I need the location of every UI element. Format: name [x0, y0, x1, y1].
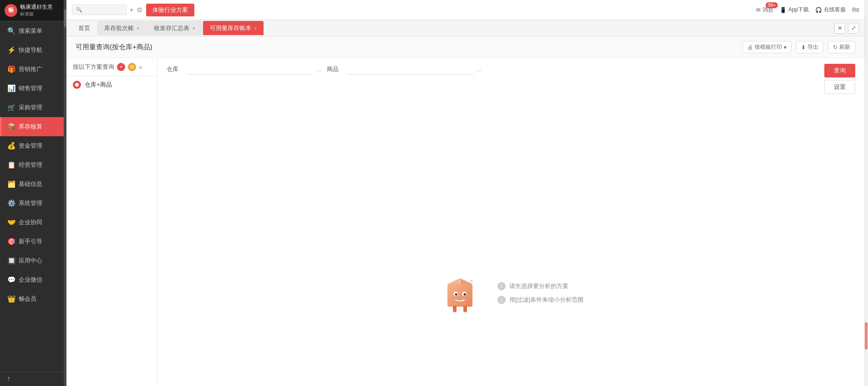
svg-text:·: · — [444, 284, 445, 288]
sidebar-item-finance[interactable]: 💰 资金管理 — [0, 136, 64, 155]
page-title: 可用量查询(按仓库+商品) — [76, 43, 152, 51]
scheme-item-warehouse-product[interactable]: 仓库+商品 — [66, 76, 157, 93]
export-icon: ⬇ — [801, 44, 806, 51]
tab-home[interactable]: 首页 — [72, 21, 96, 35]
print-icon: 🖨 — [747, 44, 753, 51]
sidebar-item-marketing[interactable]: 🎁 营销推广 — [0, 60, 64, 79]
filter-inputs-row: 仓库 ... 商品 ... 查询 设置 — [167, 64, 855, 94]
sidebar-item-guide[interactable]: 🎯 新手引导 — [0, 232, 64, 251]
sidebar-item-basic[interactable]: 🗂️ 基础信息 — [0, 175, 64, 194]
dropdown-icon[interactable]: ▾ — [130, 7, 133, 13]
refresh-button[interactable]: ↻ 刷新 — [828, 41, 855, 53]
warehouse-label: 仓库 — [167, 65, 185, 73]
app-name: 畅康通好生意 — [20, 4, 53, 11]
empty-illustration: ✦ · — [438, 270, 484, 316]
main-area: 🔍 ▾ ⚙ 体验行业方案 ✉ 消息 99+ 📱 App下载 🎧 在线客服 Rit — [66, 0, 864, 386]
print-button[interactable]: 🖨 按模板打印 ▾ — [742, 41, 792, 53]
sidebar-item-label: 库存核算 — [19, 123, 42, 131]
right-scrollbar[interactable] — [864, 0, 868, 386]
query-area: 按以下方案查询 + ⚙ « 仓库+商品 — [66, 58, 864, 386]
sidebar-item-sales[interactable]: 📊 销售管理 — [0, 79, 64, 98]
tabs-bar: 首页 库存批次账 × 收发存汇总表 × 可用量库存账本 × ✕ ⤢ — [66, 20, 864, 36]
scheme-item-svg — [75, 82, 79, 87]
sidebar-bottom[interactable]: ⇡ — [0, 372, 64, 386]
refresh-label: 刷新 — [839, 43, 850, 51]
svg-rect-8 — [453, 306, 457, 312]
crown-icon: 👑 — [8, 295, 15, 303]
export-button[interactable]: ⬇ 导出 — [796, 41, 823, 53]
page-content: 可用量查询(按仓库+商品) 🖨 按模板打印 ▾ ⬇ 导出 ↻ 刷新 — [66, 36, 864, 386]
user-button[interactable]: Rit — [852, 7, 859, 13]
warehouse-more[interactable]: ... — [317, 66, 321, 72]
wechat-icon: 💬 — [8, 276, 15, 283]
topbar-search[interactable]: 🔍 — [72, 5, 127, 15]
sidebar-item-label: 基础信息 — [19, 180, 42, 188]
tab-batch-close[interactable]: × — [137, 26, 139, 31]
page-header-actions: 🖨 按模板打印 ▾ ⬇ 导出 ↻ 刷新 — [742, 41, 855, 53]
tab-summary-close[interactable]: × — [192, 26, 195, 31]
query-button[interactable]: 查询 — [824, 64, 855, 77]
tip-num-2: 2 — [497, 296, 506, 304]
sidebar-item-label: 搜索菜单 — [19, 27, 42, 35]
app-download-button[interactable]: 📱 App下载 — [780, 6, 809, 14]
service-button[interactable]: 🎧 在线客服 — [815, 6, 846, 14]
settings-icon[interactable]: ⚙ — [137, 6, 142, 14]
svg-text:✦: ✦ — [469, 278, 474, 284]
sidebar-item-enterprise[interactable]: 🤝 企业协同 — [0, 213, 64, 232]
scheme-collapse-button[interactable]: « — [139, 63, 142, 71]
topbar-actions: ✉ 消息 99+ 📱 App下载 🎧 在线客服 Rit — [756, 6, 859, 14]
phone-icon: 📱 — [780, 7, 787, 13]
warehouse-input[interactable] — [188, 64, 314, 75]
svg-point-7 — [463, 293, 466, 296]
headset-icon: 🎧 — [815, 7, 822, 13]
message-badge: 99+ — [766, 2, 778, 8]
tab-batch[interactable]: 库存批次账 × — [97, 21, 146, 35]
sidebar-item-app-center[interactable]: 🔲 应用中心 — [0, 251, 64, 270]
message-button[interactable]: ✉ 消息 99+ — [756, 6, 773, 14]
tip-text-1: 请先选择要分析的方案 — [509, 282, 569, 290]
tab-summary-label: 收发存汇总表 — [154, 24, 189, 32]
sidebar-item-search[interactable]: 🔍 搜索菜单 — [0, 21, 64, 41]
tab-available[interactable]: 可用量库存账本 × — [203, 21, 264, 35]
sidebar-item-member[interactable]: 👑 畅会员 — [0, 289, 64, 309]
tab-home-label: 首页 — [78, 24, 90, 32]
sidebar-item-label: 应用中心 — [19, 257, 42, 265]
solution-button[interactable]: 体验行业方案 — [146, 4, 194, 16]
export-label: 导出 — [807, 43, 818, 51]
sidebar-item-shortcut[interactable]: ⚡ 快捷导航 — [0, 41, 64, 60]
print-dropdown-icon[interactable]: ▾ — [784, 44, 787, 51]
sidebar-item-inventory[interactable]: 📦 库存核算 — [0, 117, 64, 136]
right-scrollbar-thumb — [865, 322, 868, 350]
lightning-icon: ⚡ — [8, 46, 15, 54]
folder-icon: 🗂️ — [8, 180, 15, 188]
search-icon: 🔍 — [76, 7, 82, 13]
sidebar-item-label: 销售管理 — [19, 84, 42, 93]
tab-close-button[interactable]: ✕ — [834, 23, 845, 34]
scheme-settings-button[interactable]: ⚙ — [128, 63, 136, 71]
sidebar-item-system[interactable]: ⚙️ 系统管理 — [0, 194, 64, 213]
scheme-title: 按以下方案查询 — [73, 63, 114, 71]
svg-point-6 — [455, 293, 457, 296]
sidebar-item-purchase[interactable]: 🛒 采购管理 — [0, 98, 64, 117]
sidebar-item-operations[interactable]: 📋 经营管理 — [0, 155, 64, 175]
scheme-add-button[interactable]: + — [117, 63, 125, 71]
tab-summary[interactable]: 收发存汇总表 × — [147, 21, 202, 35]
tip-num-1: 1 — [497, 282, 506, 290]
print-label: 按模板打印 — [755, 43, 782, 51]
logo-icon: 畅 — [5, 4, 17, 17]
money-icon: 💰 — [8, 142, 15, 149]
sidebar-item-label: 采购管理 — [19, 103, 42, 112]
tab-available-close[interactable]: × — [254, 26, 257, 31]
handshake-icon: 🤝 — [8, 219, 15, 226]
product-input[interactable] — [348, 64, 474, 75]
tab-expand-button[interactable]: ⤢ — [848, 23, 859, 34]
search-icon: 🔍 — [8, 27, 15, 35]
svg-marker-2 — [447, 278, 460, 284]
product-more[interactable]: ... — [477, 66, 482, 72]
sidebar-item-wechat[interactable]: 💬 企业微信 — [0, 270, 64, 289]
cart-icon: 🛒 — [8, 104, 15, 111]
gear-icon: ⚙️ — [8, 200, 15, 207]
warehouse-filter: 仓库 ... — [167, 64, 321, 75]
scheme-item-icon — [73, 81, 81, 89]
settings-button[interactable]: 设置 — [824, 80, 855, 94]
